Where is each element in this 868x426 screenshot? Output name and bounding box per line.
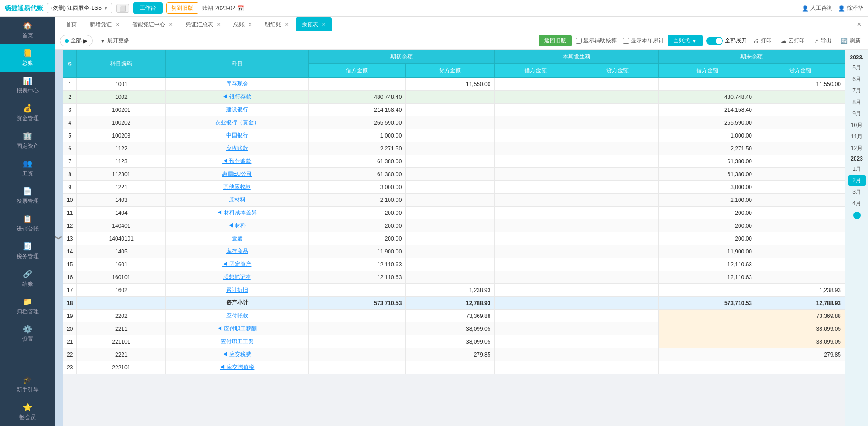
row-name[interactable]: 建设银行	[166, 104, 309, 116]
month-8[interactable]: 8月	[848, 97, 866, 108]
sidebar-item-guide[interactable]: 🎓 新手引导	[0, 371, 55, 398]
refresh-button[interactable]: 🔄 刷新	[838, 36, 863, 46]
month-2-active[interactable]: 2月	[848, 175, 866, 186]
tab-detail-ledger-close[interactable]: ✕	[285, 22, 289, 27]
sidebar-item-purchase[interactable]: 📋 进销台账	[0, 210, 55, 237]
month-3[interactable]: 3月	[848, 187, 866, 197]
row-name[interactable]: ◀ 固定资产	[166, 258, 309, 271]
export-button[interactable]: ↗ 导出	[811, 36, 834, 46]
th-pb-debit: 借方金额	[309, 64, 406, 78]
tab-smart-voucher-close[interactable]: ✕	[169, 22, 173, 27]
tax-icon: 🧾	[23, 242, 32, 251]
month-5[interactable]: 5月	[848, 63, 866, 73]
print-button[interactable]: 🖨 打印	[751, 36, 775, 46]
settle-icon: 🔗	[23, 270, 32, 278]
row-name[interactable]: 农业银行（黄金）	[166, 116, 309, 129]
cloud-print-button[interactable]: ☁ 云打印	[778, 36, 808, 46]
month-4[interactable]: 4月	[848, 198, 866, 209]
consult-button[interactable]: 👤 人工咨询	[802, 4, 833, 12]
row-name[interactable]: ◀ 银行存款	[166, 91, 309, 104]
sidebar-item-report[interactable]: 📊 报表中心	[0, 72, 55, 99]
tab-new-voucher-close[interactable]: ✕	[116, 22, 119, 27]
row-name[interactable]: 中国银行	[166, 129, 309, 142]
sidebar-item-home[interactable]: 🏠 首页	[0, 17, 55, 44]
row-cp-credit	[577, 116, 658, 129]
switch-old-button[interactable]: 切到旧版	[166, 2, 198, 14]
tab-smart-voucher[interactable]: 智能凭证中心 ✕	[126, 17, 179, 31]
sidebar-item-asset[interactable]: 🏢 固定资产	[0, 127, 55, 155]
tab-balance[interactable]: 余额表 ✕	[296, 17, 332, 31]
tab-balance-close[interactable]: ✕	[322, 22, 326, 27]
tab-detail-ledger[interactable]: 明细账 ✕	[259, 17, 295, 31]
row-name[interactable]: 累计折旧	[166, 284, 309, 297]
show-year-checkbox[interactable]: 显示本年累计	[623, 37, 664, 45]
row-eb-credit	[756, 361, 845, 374]
row-eb-debit: 61,380.00	[658, 168, 756, 181]
row-code: 2202	[77, 310, 166, 322]
sidebar-item-settle[interactable]: 🔗 结账	[0, 265, 55, 293]
sidebar-item-invoice[interactable]: 📄 发票管理	[0, 182, 55, 210]
company-select[interactable]: (勿删) 江西股坐-LSS ▼	[47, 3, 112, 13]
sidebar-item-ledger[interactable]: 📒 总账	[0, 44, 55, 72]
tab-voucher-summary-close[interactable]: ✕	[217, 22, 221, 27]
sidebar-item-fund[interactable]: 💰 资金管理	[0, 99, 55, 127]
workbench-button[interactable]: 工作台	[133, 2, 163, 14]
row-cp-debit	[495, 104, 577, 116]
row-eb-debit	[658, 361, 756, 374]
show-assist-checkbox[interactable]: 显示辅助核算	[576, 37, 617, 45]
sidebar-item-tax[interactable]: 🧾 税务管理	[0, 237, 55, 265]
sidebar-label-asset: 固定资产	[17, 142, 39, 150]
table-row: 7 1123 ◀ 预付账款 61,380.00 61,380.00	[63, 155, 845, 168]
row-name[interactable]: 惠属EU公司	[166, 168, 309, 181]
month-11[interactable]: 11月	[848, 132, 866, 142]
row-cp-debit	[495, 361, 577, 374]
back-old-button[interactable]: 返回旧版	[539, 35, 572, 46]
month-10[interactable]: 10月	[848, 120, 866, 131]
tab-general-ledger-close[interactable]: ✕	[248, 22, 252, 27]
row-settings: 14	[63, 245, 77, 258]
user-menu[interactable]: 👤 徐泽华	[838, 4, 863, 12]
month-9[interactable]: 9月	[848, 109, 866, 119]
expand-more-button[interactable]: ▼ 展开更多	[96, 35, 133, 46]
row-cp-debit	[495, 91, 577, 104]
expand-arrow-btn[interactable]: ❯	[55, 50, 63, 426]
row-name[interactable]: ◀ 材料	[166, 219, 309, 232]
row-name[interactable]: ◀ 材料成本差异	[166, 207, 309, 219]
month-1[interactable]: 1月	[848, 164, 866, 174]
assist-check[interactable]	[576, 38, 582, 44]
row-name[interactable]: 库存商品	[166, 245, 309, 258]
row-name[interactable]: ◀ 应交增值税	[166, 361, 309, 374]
month-12[interactable]: 12月	[848, 143, 866, 154]
month-6[interactable]: 6月	[848, 74, 866, 85]
row-name[interactable]: 应收账款	[166, 142, 309, 155]
tab-general-ledger[interactable]: 总账 ✕	[227, 17, 258, 31]
panel-dot[interactable]	[853, 212, 861, 219]
row-name[interactable]: 原材料	[166, 194, 309, 207]
toggle-switch[interactable]	[706, 37, 723, 45]
row-name[interactable]: 其他应收款	[166, 181, 309, 194]
row-name[interactable]: 应付账款	[166, 310, 309, 322]
copy-icon-btn[interactable]: ⬜	[116, 4, 129, 13]
sidebar-label-report: 报表中心	[17, 87, 39, 95]
row-name[interactable]: 联想笔记本	[166, 271, 309, 284]
full-mode-button[interactable]: 全账式 ▼	[668, 35, 703, 46]
row-pb-debit: 2,271.50	[309, 142, 406, 155]
sidebar-item-settings[interactable]: ⚙️ 设置	[0, 320, 55, 348]
filter-all-button[interactable]: 全部 ▶	[60, 35, 93, 46]
tab-bar-close[interactable]: ✕	[855, 19, 863, 29]
row-name[interactable]: ◀ 应付职工薪酬	[166, 322, 309, 335]
row-eb-credit	[756, 104, 845, 116]
month-7[interactable]: 7月	[848, 86, 866, 96]
sidebar-item-archive[interactable]: 📁 归档管理	[0, 293, 55, 320]
sidebar-item-salary[interactable]: 👥 工资	[0, 155, 55, 182]
tab-home[interactable]: 首页	[60, 17, 83, 31]
row-name[interactable]: 壹蛋	[166, 232, 309, 245]
tab-new-voucher[interactable]: 新增凭证 ✕	[84, 17, 125, 31]
row-name[interactable]: 应付职工工资	[166, 335, 309, 348]
row-name[interactable]: 库存现金	[166, 78, 309, 91]
row-name[interactable]: ◀ 预付账款	[166, 155, 309, 168]
row-name[interactable]: ◀ 应交税费	[166, 348, 309, 361]
year-check[interactable]	[623, 38, 629, 44]
sidebar-item-member[interactable]: ⭐ 畅会员	[0, 398, 55, 426]
tab-voucher-summary[interactable]: 凭证汇总表 ✕	[180, 17, 227, 31]
